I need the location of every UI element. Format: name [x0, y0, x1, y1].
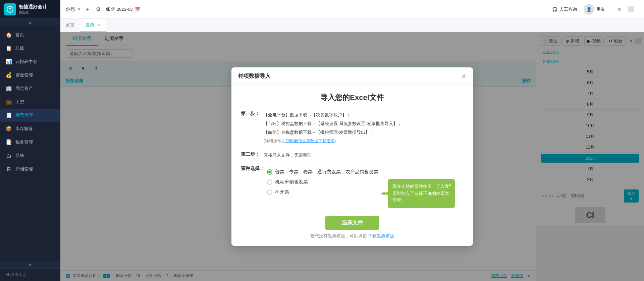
- sidebar-nav: 🏠 首页 📋 总账 📊 云报表中心 💰 资金管理 🏢 固定资产 💼 工资: [0, 25, 60, 262]
- modal-body: 导入您的Excel文件 第一步： 【全电平台】数据下载→【税务数字账户】； 【百…: [231, 85, 473, 246]
- sidebar-item-inventory[interactable]: 📦 库存核算: [0, 122, 60, 135]
- step2: 第二步： 直接导入文件，无需整理: [241, 151, 464, 160]
- modal-title: 销项数据导入: [238, 73, 270, 80]
- sidebar-scroll-down[interactable]: ▼: [0, 262, 60, 268]
- ticket-select: 普票，专票，卷票，通行费发票，农产品销售发票 机动车销售发票: [267, 169, 378, 195]
- account-name: 你您: [66, 6, 75, 12]
- radio-general-circle: [267, 169, 272, 175]
- ledger-icon: 📋: [5, 45, 12, 52]
- step1-link: (详细操作见百旺/航信发票数据下载指南): [262, 137, 402, 145]
- funds-icon: 💰: [5, 72, 12, 78]
- radio-general-dot: [268, 171, 271, 173]
- download-template-link[interactable]: 下载发票模版: [368, 233, 394, 238]
- step2-row: 第二步： 直接导入文件，无需整理: [241, 151, 464, 160]
- sidebar: 畅捷通好会计 旗舰版 ▲ 🏠 首页 📋 总账 📊 云报表中心 💰 资金管理: [0, 0, 60, 281]
- main-area: 你您 ▼ ＋ ⚙ 账期 2023-03 📅 🎧 人工咨询 👤 用友: [60, 0, 644, 281]
- sidebar-item-label: 税务管理: [15, 139, 33, 145]
- step1-line2: 【百旺】税控盘数据下载→【系统设置-系统参数设置-发票批量导入】；: [262, 119, 402, 128]
- period-value: 2023-03: [117, 7, 133, 12]
- tab-home[interactable]: 首页: [60, 19, 80, 32]
- period-label: 账期: [106, 6, 115, 12]
- sidebar-item-tax[interactable]: 📑 税务管理: [0, 135, 60, 149]
- sidebar-item-salary[interactable]: 💼 工资: [0, 95, 60, 109]
- tooltip-line: [381, 193, 382, 194]
- radio-none-ticket[interactable]: 不开票: [267, 189, 378, 195]
- sidebar-item-invoice[interactable]: 🧾 发票管理: [0, 109, 60, 122]
- select-file-btn[interactable]: 选择文件: [325, 216, 379, 230]
- step1-content: 【全电平台】数据下载→【税务数字账户】； 【百旺】税控盘数据下载→【系统设置-系…: [262, 111, 402, 145]
- inventory-icon: 📦: [5, 125, 12, 132]
- tooltip-wrapper: ✕ 现在支持的票种多了，导入发票时别忘了选择正确的发票类型呀!: [388, 179, 455, 208]
- settle-icon: 🗂: [5, 152, 12, 159]
- period-display: 账期 2023-03 📅: [106, 6, 140, 12]
- sidebar-item-label: 库存核算: [15, 126, 33, 132]
- invoice-icon: 🧾: [5, 112, 12, 119]
- tabbar: 首页 发票 ✕: [60, 19, 644, 32]
- sidebar-item-label: 归档管理: [15, 166, 33, 172]
- sidebar-item-assets[interactable]: 🏢 固定资产: [0, 82, 60, 95]
- avatar: 👤: [584, 4, 594, 15]
- sidebar-item-label: 结账: [15, 153, 24, 159]
- consulting-button[interactable]: 🎧 人工咨询: [552, 6, 577, 12]
- tab-home-label: 首页: [66, 22, 74, 29]
- sidebar-item-settle[interactable]: 🗂 结账: [0, 149, 60, 162]
- ticket-select-row: 票种选择： 普票，专票，卷票，通行费发票，农产品销售发票: [241, 166, 464, 208]
- ticket-label: 票种选择：: [241, 166, 264, 172]
- sidebar-item-reports[interactable]: 📊 云报表中心: [0, 55, 60, 68]
- sidebar-item-ledger[interactable]: 📋 总账: [0, 42, 60, 55]
- step2-label: 第二步：: [241, 151, 260, 157]
- account-selector[interactable]: 你您 ▼: [66, 6, 81, 12]
- sidebar-item-label: 资金管理: [15, 72, 33, 78]
- step1-label: 第一步：: [241, 111, 260, 117]
- sidebar-scroll-up[interactable]: ▲: [0, 19, 60, 25]
- tax-icon: 📑: [5, 139, 12, 146]
- add-button[interactable]: ＋: [85, 5, 91, 13]
- step1-line1: 【全电平台】数据下载→【税务数字账户】；: [262, 111, 402, 119]
- sidebar-logo: 畅捷通好会计 旗舰版: [0, 0, 60, 19]
- tab-invoice-label: 发票: [86, 22, 94, 28]
- home-icon: 🏠: [5, 32, 12, 38]
- sidebar-item-home[interactable]: 🏠 首页: [0, 28, 60, 42]
- tab-invoice-close[interactable]: ✕: [97, 23, 100, 27]
- sidebar-item-label: 云报表中心: [15, 59, 37, 65]
- tooltip-close-btn[interactable]: ✕: [448, 181, 452, 188]
- step1-row: 第一步： 【全电平台】数据下载→【税务数字账户】； 【百旺】税控盘数据下载→【系…: [241, 111, 464, 145]
- sidebar-item-funds[interactable]: 💰 资金管理: [0, 68, 60, 82]
- guide-link[interactable]: 百旺/航信发票数据下载指南: [285, 138, 334, 143]
- import-modal: 销项数据导入 ✕ 导入您的Excel文件 第一步： 【全电平台】数据下载→【税务…: [231, 67, 473, 246]
- modal-header: 销项数据导入 ✕: [231, 67, 473, 85]
- radio-none-label: 不开票: [275, 189, 289, 195]
- assets-icon: 🏢: [5, 85, 12, 92]
- sidebar-item-label: 固定资产: [15, 86, 33, 92]
- modal-overlay: 销项数据导入 ✕ 导入您的Excel文件 第一步： 【全电平台】数据下载→【税务…: [60, 32, 644, 281]
- radio-general-label: 普票，专票，卷票，通行费发票，农产品销售发票: [275, 169, 378, 175]
- archive-icon: 🗄: [5, 166, 12, 172]
- window-maximize-button[interactable]: ⬜: [627, 5, 636, 14]
- radio-vehicle[interactable]: 机动车销售发票: [267, 179, 378, 185]
- tab-invoice[interactable]: 发票 ✕: [80, 19, 106, 32]
- user-menu[interactable]: 👤 用友: [584, 4, 605, 15]
- logo-text: 畅捷通好会计 旗舰版: [19, 4, 47, 14]
- sidebar-item-label: 总账: [15, 45, 24, 51]
- topbar-right: 🎧 人工咨询 👤 用友 ✕ ⬜: [552, 4, 639, 15]
- radio-general[interactable]: 普票，专票，卷票，通行费发票，农产品销售发票: [267, 169, 378, 175]
- radio-vehicle-label: 机动车销售发票: [275, 179, 308, 185]
- step1-line3: 【航信】金税盘数据下载→【报税管理-发票数据导出】；: [262, 128, 402, 137]
- topbar: 你您 ▼ ＋ ⚙ 账期 2023-03 📅 🎧 人工咨询 👤 用友: [60, 0, 644, 19]
- modal-close-btn[interactable]: ✕: [461, 73, 466, 80]
- tooltip-text: 现在支持的票种多了，导入发票时别忘了选择正确的发票类型呀!: [392, 184, 449, 203]
- headset-icon: 🎧: [552, 7, 557, 12]
- modal-big-title: 导入您的Excel文件: [241, 93, 464, 103]
- calendar-icon[interactable]: 📅: [135, 7, 140, 12]
- radio-vehicle-circle: [267, 179, 272, 185]
- tooltip-bubble: ✕ 现在支持的票种多了，导入发票时别忘了选择正确的发票类型呀!: [388, 179, 455, 208]
- sidebar-unpin[interactable]: ◀ 取消固定: [0, 268, 60, 281]
- sidebar-item-label: 发票管理: [15, 112, 33, 118]
- tooltip-arrow: [385, 191, 388, 195]
- sidebar-item-label: 首页: [15, 32, 24, 38]
- window-close-button[interactable]: ✕: [614, 5, 624, 14]
- salary-icon: 💼: [5, 99, 12, 105]
- logo-icon: [4, 3, 16, 15]
- settings-icon[interactable]: ⚙: [96, 6, 101, 12]
- sidebar-item-archive[interactable]: 🗄 归档管理: [0, 162, 60, 176]
